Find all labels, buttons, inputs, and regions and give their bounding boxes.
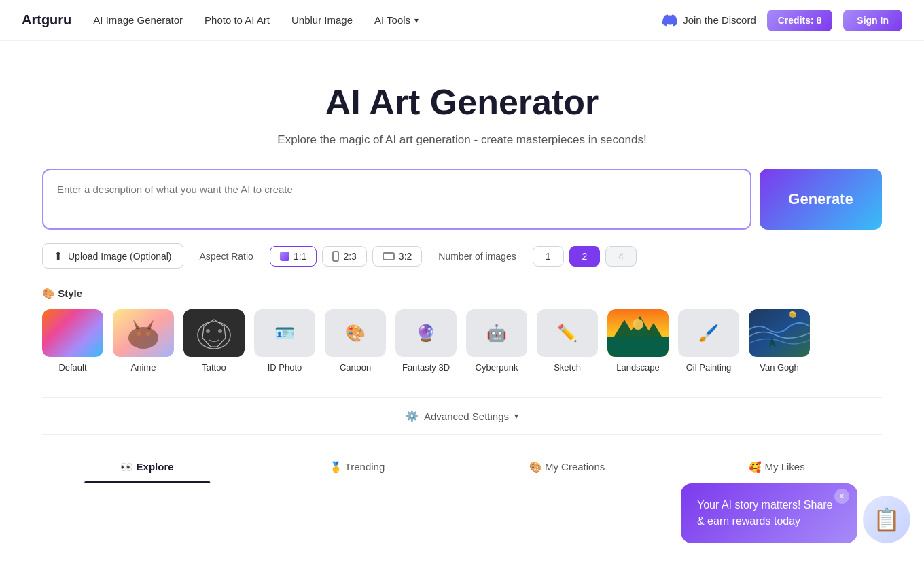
count-1[interactable]: 1 xyxy=(533,246,564,267)
chevron-down-icon: ▾ xyxy=(414,16,419,25)
discord-label: Join the Discord xyxy=(683,14,756,26)
style-name-id-photo: ID Photo xyxy=(268,362,302,373)
vangogh-svg xyxy=(749,309,810,357)
style-thumb-id-photo: 🪪 xyxy=(254,309,315,357)
count-options: 1 2 4 xyxy=(533,246,637,267)
style-item-fantasy-3d[interactable]: 🔮 Fantasty 3D xyxy=(395,309,457,373)
style-thumb-anime xyxy=(113,309,174,357)
style-name-tattoo: Tattoo xyxy=(202,362,226,373)
prompt-row: Generate xyxy=(42,169,882,230)
style-item-van-gogh[interactable]: Van Gogh xyxy=(749,309,810,373)
notification-avatar-icon: 📋 xyxy=(873,506,900,532)
style-item-oil-painting[interactable]: 🖌️ Oil Painting xyxy=(678,309,739,373)
aspect-square-icon xyxy=(280,252,289,261)
landscape-svg xyxy=(607,309,669,357)
upload-icon: ⬆ xyxy=(54,250,63,262)
style-item-default[interactable]: Default xyxy=(42,309,103,373)
advanced-chevron-icon: ▾ xyxy=(514,411,518,421)
logo[interactable]: Artguru xyxy=(22,12,71,28)
aspect-options: 1:1 2:3 3:2 xyxy=(270,246,422,267)
aspect-3-2-label: 3:2 xyxy=(399,251,412,262)
svg-point-9 xyxy=(206,329,210,333)
style-thumb-van-gogh xyxy=(749,309,810,357)
nav-link-photo-to-ai-art[interactable]: Photo to AI Art xyxy=(205,14,270,26)
aspect-2-3[interactable]: 2:3 xyxy=(322,246,366,267)
style-item-sketch[interactable]: ✏️ Sketch xyxy=(537,309,598,373)
advanced-settings-label: Advanced Settings xyxy=(424,411,509,422)
svg-point-5 xyxy=(146,332,150,336)
hero-subtitle: Explore the magic of AI art generation -… xyxy=(22,133,902,147)
notification-avatar: 📋 xyxy=(863,496,910,543)
style-thumb-landscape xyxy=(607,309,669,357)
signin-button[interactable]: Sign In xyxy=(843,10,902,31)
tab-explore[interactable]: 👀 Explore xyxy=(42,451,252,483)
notification-message: Your AI story matters! Share & earn rewa… xyxy=(697,499,833,527)
nav-link-unblur-image[interactable]: Unblur Image xyxy=(291,14,353,26)
style-grid: Default Anime xyxy=(42,309,882,375)
svg-point-4 xyxy=(137,332,141,336)
notification-bubble: × Your AI story matters! Share & earn re… xyxy=(681,483,857,543)
controls-row: ⬆ Upload Image (Optional) Aspect Ratio 1… xyxy=(42,243,882,269)
nav-link-ai-tools[interactable]: AI Tools ▾ xyxy=(374,14,419,26)
gear-icon: ⚙️ xyxy=(406,410,419,422)
count-2[interactable]: 2 xyxy=(569,246,601,267)
style-thumb-sketch: ✏️ xyxy=(537,309,598,357)
prompt-input[interactable] xyxy=(42,169,751,230)
count-4[interactable]: 4 xyxy=(605,246,637,267)
credits-button[interactable]: Credits: 8 xyxy=(767,10,833,31)
aspect-1-1-label: 1:1 xyxy=(294,251,306,262)
style-item-cyberpunk[interactable]: 🤖 Cyberpunk xyxy=(466,309,527,373)
ai-tools-label: AI Tools xyxy=(374,14,410,26)
tab-my-likes[interactable]: 🥰 My Likes xyxy=(672,451,882,483)
aspect-3-2[interactable]: 3:2 xyxy=(372,246,422,267)
aspect-tall-icon xyxy=(332,251,339,262)
nav-right: Join the Discord Credits: 8 Sign In xyxy=(662,10,902,31)
style-thumb-fantasy-3d: 🔮 xyxy=(395,309,457,357)
svg-rect-6 xyxy=(183,309,245,357)
style-name-cyberpunk: Cyberpunk xyxy=(476,362,518,373)
discord-link[interactable]: Join the Discord xyxy=(662,13,756,28)
svg-point-16 xyxy=(633,319,643,330)
style-name-cartoon: Cartoon xyxy=(340,362,371,373)
anime-svg xyxy=(113,309,174,357)
upload-button[interactable]: ⬆ Upload Image (Optional) xyxy=(42,243,183,269)
style-item-anime[interactable]: Anime xyxy=(113,309,174,373)
style-name-landscape: Landscape xyxy=(616,362,660,373)
aspect-1-1[interactable]: 1:1 xyxy=(270,246,317,267)
nav-link-ai-image-generator[interactable]: AI Image Generator xyxy=(93,14,183,26)
style-item-id-photo[interactable]: 🪪 ID Photo xyxy=(254,309,315,373)
hero-section: AI Art Generator Explore the magic of AI… xyxy=(0,41,924,169)
style-name-anime: Anime xyxy=(131,362,156,373)
style-item-cartoon[interactable]: 🎨 Cartoon xyxy=(325,309,386,373)
aspect-ratio-label: Aspect Ratio xyxy=(200,251,253,262)
tab-trending[interactable]: 🥇 Trending xyxy=(252,451,462,483)
nav-left: Artguru AI Image Generator Photo to AI A… xyxy=(22,12,419,28)
style-name-default: Default xyxy=(58,362,86,373)
tattoo-svg xyxy=(183,309,245,357)
svg-point-18 xyxy=(789,311,796,318)
navbar: Artguru AI Image Generator Photo to AI A… xyxy=(0,0,924,41)
style-item-tattoo[interactable]: Tattoo xyxy=(183,309,245,373)
style-thumb-cartoon: 🎨 xyxy=(325,309,386,357)
count-label: Number of images xyxy=(438,251,516,262)
svg-point-10 xyxy=(218,329,222,333)
svg-point-1 xyxy=(128,327,158,349)
notification-close-button[interactable]: × xyxy=(834,489,849,504)
style-name-oil-painting: Oil Painting xyxy=(686,362,731,373)
style-name-van-gogh: Van Gogh xyxy=(760,362,799,373)
style-thumb-default xyxy=(42,309,103,357)
style-section: 🎨 Style Default xyxy=(42,288,882,375)
style-label: 🎨 Style xyxy=(42,288,882,300)
svg-rect-12 xyxy=(607,337,669,357)
notification-container: × Your AI story matters! Share & earn re… xyxy=(681,483,910,543)
aspect-2-3-label: 2:3 xyxy=(343,251,356,262)
advanced-settings-row[interactable]: ⚙️ Advanced Settings ▾ xyxy=(42,397,882,435)
style-thumb-cyberpunk: 🤖 xyxy=(466,309,527,357)
style-item-landscape[interactable]: Landscape xyxy=(607,309,669,373)
tabs-row: 👀 Explore 🥇 Trending 🎨 My Creations 🥰 My… xyxy=(42,451,882,483)
discord-icon xyxy=(662,13,677,28)
generate-button[interactable]: Generate xyxy=(760,169,882,230)
main-content: Generate ⬆ Upload Image (Optional) Aspec… xyxy=(20,169,904,483)
style-name-fantasy-3d: Fantasty 3D xyxy=(402,362,450,373)
tab-my-creations[interactable]: 🎨 My Creations xyxy=(462,451,672,483)
